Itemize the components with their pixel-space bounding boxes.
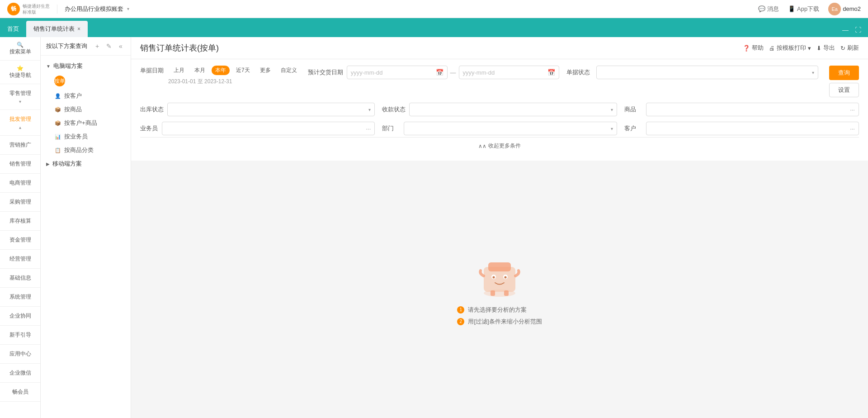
payment-select[interactable]: ▾	[409, 103, 617, 116]
tab-home-label: 首页	[7, 25, 19, 33]
sidebar-item-apps[interactable]: 应用中心	[0, 345, 40, 364]
sidebar-quick-nav[interactable]: ⭐ 快捷导航	[0, 61, 40, 84]
tree-child-by-customer[interactable]: 👤 按客户	[41, 89, 131, 103]
date-separator: —	[450, 69, 456, 76]
sidebar-item-wholesale[interactable]: 批发管理 ▴	[0, 110, 40, 136]
svg-point-5	[493, 276, 495, 278]
sidebar-item-basic[interactable]: 基础信息	[0, 269, 40, 288]
add-scheme-btn[interactable]: +	[93, 42, 102, 51]
date-range-display: 2023-01-01 至 2023-12-31	[140, 78, 301, 86]
expected-date-label: 预计交货日期	[308, 68, 344, 76]
tree-child-by-goods[interactable]: 📦 按商品	[41, 103, 131, 116]
customer-label: 客户	[624, 124, 642, 133]
tree-parent-pc[interactable]: ▼ 电脑端方案	[41, 59, 131, 73]
sidebar-item-wechat[interactable]: 企业微信	[0, 364, 40, 383]
tab-sales-order-stats[interactable]: 销售订单统计表 ×	[26, 21, 88, 37]
svg-rect-2	[488, 262, 511, 271]
sidebar-item-member-label: 畅会员	[12, 388, 28, 396]
sidebar-item-wholesale-label: 批发管理	[9, 115, 31, 123]
refresh-label: 刷新	[847, 44, 859, 52]
tree-child-by-salesperson-label: 按业务员	[64, 133, 88, 141]
step-1-num: 1	[457, 306, 464, 314]
date-btn-this-year[interactable]: 本年	[212, 66, 230, 75]
help-btn[interactable]: ❓ 帮助	[743, 44, 764, 52]
date-btn-last-month[interactable]: 上月	[170, 66, 188, 75]
customer-input[interactable]: ···	[646, 122, 859, 135]
expected-date-start-input[interactable]: yyyy-mm-dd 📅	[347, 66, 448, 79]
step-2-text: 用[过滤]条件来缩小分析范围	[468, 318, 542, 326]
app-title-dropdown[interactable]: ▾	[127, 6, 129, 11]
sidebar-item-ecommerce-label: 电商管理	[9, 179, 31, 187]
sidebar: 🔍 搜索菜单 ⭐ 快捷导航 零售管理 ▾ 批发管理 ▴ 营销推广 销售管理 电商…	[0, 37, 41, 418]
sidebar-item-operations[interactable]: 经营管理	[0, 250, 40, 269]
sidebar-item-sales-label: 销售管理	[9, 160, 31, 168]
template-print-btn[interactable]: 🖨 按模板打印 ▾	[769, 44, 811, 52]
message-icon: 💬	[758, 5, 765, 12]
category-icon: 📋	[54, 147, 61, 154]
sidebar-item-retail[interactable]: 零售管理 ▾	[0, 84, 40, 110]
tree-child-by-category[interactable]: 📋 按商品分类	[41, 143, 131, 157]
app-download-icon: 📱	[788, 5, 795, 12]
collapse-bar[interactable]: ∧∧ 收起更多条件	[140, 137, 859, 154]
tree-section: ▼ 电脑端方案 按单 👤 按客户 📦 按商品 📦 按客户+商品	[41, 56, 131, 418]
calendar-end-icon: 📅	[547, 69, 555, 76]
message-action[interactable]: 💬 消息	[758, 5, 779, 13]
sidebar-retail-arrow: ▾	[19, 99, 21, 104]
tree-child-by-customer-goods[interactable]: 📦 按客户+商品	[41, 116, 131, 130]
query-btn[interactable]: 查询	[829, 66, 859, 80]
left-panel-actions: + ✎ «	[93, 42, 125, 51]
sidebar-item-sales[interactable]: 销售管理	[0, 155, 40, 174]
tree-parent-mobile[interactable]: ▶ 移动端方案	[41, 157, 131, 171]
setting-btn[interactable]: 设置	[829, 83, 859, 97]
goods-input[interactable]: ···	[646, 103, 859, 116]
sidebar-item-marketing-label: 营销推广	[9, 141, 31, 149]
right-panel: 销售订单统计表(按单) ❓ 帮助 🖨 按模板打印 ▾ ⬇ 导出	[131, 37, 868, 418]
sidebar-item-corp[interactable]: 企业协同	[0, 307, 40, 326]
sidebar-item-marketing[interactable]: 营销推广	[0, 136, 40, 155]
expected-date-end-input[interactable]: yyyy-mm-dd 📅	[459, 66, 560, 79]
tab-maximize-btn[interactable]: ⛶	[854, 25, 863, 34]
delivery-select[interactable]: ▾	[167, 103, 375, 116]
export-btn[interactable]: ⬇ 导出	[816, 44, 835, 52]
department-select[interactable]: ▾	[404, 122, 617, 135]
logo-icon: 畅	[7, 3, 20, 15]
date-btn-this-month[interactable]: 本月	[191, 66, 209, 75]
status-select[interactable]: ▾	[596, 66, 818, 79]
salesperson-input[interactable]: ···	[162, 122, 375, 135]
sidebar-item-member[interactable]: 畅会员	[0, 383, 40, 402]
sidebar-item-newbie[interactable]: 新手引导	[0, 326, 40, 345]
empty-step-2: 2 用[过滤]条件来缩小分析范围	[457, 318, 542, 326]
tab-close-icon[interactable]: ×	[77, 26, 80, 32]
tree-child-by-salesperson[interactable]: 📊 按业务员	[41, 130, 131, 143]
left-panel-header: 按以下方案查询 + ✎ «	[41, 37, 131, 56]
tree-child-by-customer-goods-label: 按客户+商品	[64, 119, 97, 127]
sidebar-item-system[interactable]: 系统管理	[0, 288, 40, 307]
logo-text: 畅捷通好生意 标准版	[23, 3, 50, 15]
tab-home[interactable]: 首页	[0, 21, 26, 37]
sidebar-item-inventory-label: 库存核算	[9, 217, 31, 225]
collapse-panel-btn[interactable]: «	[116, 42, 125, 51]
tree-child-by-order[interactable]: 按单	[41, 73, 131, 89]
sidebar-item-inventory[interactable]: 库存核算	[0, 212, 40, 231]
edit-scheme-btn[interactable]: ✎	[104, 42, 113, 51]
step-2-num: 2	[457, 318, 464, 325]
refresh-icon: ↻	[840, 45, 845, 52]
sidebar-item-basic-label: 基础信息	[9, 274, 31, 282]
sidebar-item-ecommerce[interactable]: 电商管理	[0, 174, 40, 193]
refresh-btn[interactable]: ↻ 刷新	[840, 44, 859, 52]
date-btn-more[interactable]: 更多	[256, 66, 274, 75]
user-area[interactable]: Ea demo2	[828, 3, 861, 15]
sidebar-item-purchase[interactable]: 采购管理	[0, 193, 40, 212]
date-btn-custom[interactable]: 自定义	[277, 66, 301, 75]
app-download-action[interactable]: 📱 App下载	[788, 5, 819, 13]
sidebar-item-finance[interactable]: 资金管理	[0, 231, 40, 250]
delivery-arrow-icon: ▾	[368, 107, 371, 112]
main-layout: 🔍 搜索菜单 ⭐ 快捷导航 零售管理 ▾ 批发管理 ▴ 营销推广 销售管理 电商…	[0, 37, 868, 418]
tab-sales-order-stats-label: 销售订单统计表	[33, 25, 75, 33]
empty-illustration	[472, 253, 527, 299]
sidebar-item-corp-label: 企业协同	[9, 312, 31, 320]
query-btn-group: 查询 设置	[829, 66, 859, 97]
sidebar-search-menu[interactable]: 🔍 搜索菜单	[0, 37, 40, 61]
date-btn-7days[interactable]: 近7天	[232, 66, 254, 75]
tab-minimize-btn[interactable]: —	[841, 25, 850, 34]
